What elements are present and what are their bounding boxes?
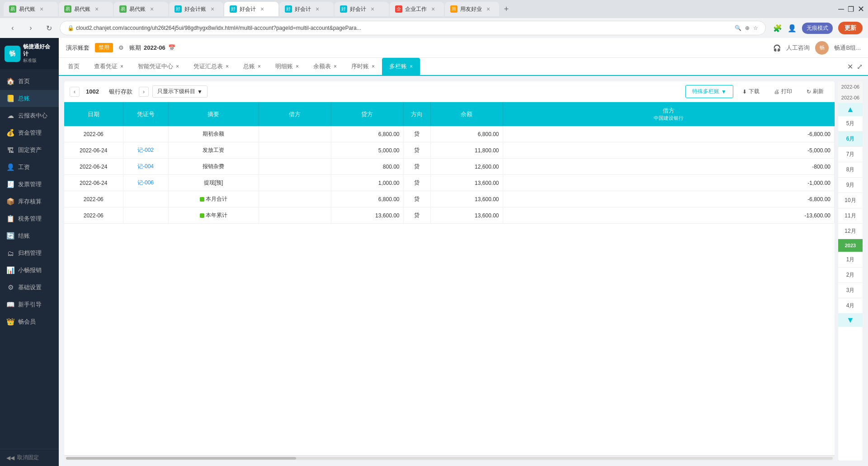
sidebar-item-archive[interactable]: 🗂 归档管理 (0, 245, 59, 262)
page-tab-smart-voucher[interactable]: 智能凭证中心 × (131, 58, 186, 76)
tab-close-voucher[interactable]: × (120, 63, 123, 70)
tab-haohuiji-2[interactable]: 好 好会计 × (224, 2, 278, 16)
calendar-scroll-down[interactable]: ▼ (838, 314, 863, 327)
page-tab-home[interactable]: 首页 (61, 58, 87, 76)
cell-direction: 贷 (403, 175, 430, 191)
search-icon[interactable]: 🔍 (735, 25, 741, 31)
page-tab-balance[interactable]: 余额表 × (306, 58, 344, 76)
tab-close-5[interactable]: × (260, 5, 264, 13)
star-icon[interactable]: ☆ (753, 25, 758, 31)
page-tab-view-voucher[interactable]: 查看凭证 × (87, 58, 131, 76)
sidebar-item-guide[interactable]: 📖 新手引导 (0, 296, 59, 313)
monthly-total-tag: 本月合计 (200, 195, 227, 203)
sidebar-item-membership[interactable]: 👑 畅会员 (0, 313, 59, 330)
prev-account-button[interactable]: ‹ (70, 87, 80, 97)
address-input[interactable]: 🔒 cloud2.chanjet.com/accounting/uh26t264… (60, 21, 766, 35)
sidebar-label-cloud: 云报表中心 (18, 112, 47, 120)
special-multicolumn-button[interactable]: 特殊多栏账 ▼ (685, 85, 733, 98)
close-tab-icon[interactable]: ✕ (847, 62, 853, 71)
mode-button[interactable]: 无痕模式 (802, 23, 833, 34)
calendar-month-11[interactable]: 11月 (838, 208, 863, 224)
horizontal-scrollbar[interactable] (64, 455, 835, 461)
update-button[interactable]: 更新 (838, 22, 863, 34)
calendar-month-9[interactable]: 9月 (838, 178, 863, 193)
sidebar-item-fixed-assets[interactable]: 🏗 固定资产 (0, 141, 59, 159)
sidebar-item-tax[interactable]: 📋 税务管理 (0, 210, 59, 227)
sidebar-item-invoices[interactable]: 🧾 发票管理 (0, 176, 59, 193)
tab-close-multicolumn[interactable]: × (410, 63, 413, 70)
calendar-month-10[interactable]: 10月 (838, 193, 863, 208)
calendar-month-6[interactable]: 6月 (838, 132, 863, 147)
print-button[interactable]: 🖨 打印 (769, 85, 797, 98)
calendar-month-8[interactable]: 8月 (838, 162, 863, 178)
calendar-month-1[interactable]: 1月 (838, 252, 863, 268)
tab-yidaizhang-1[interactable]: 易 易代账 × (4, 2, 58, 16)
calendar-year-2023[interactable]: 2023 (838, 239, 863, 252)
page-tab-journal[interactable]: 序时账 × (344, 58, 382, 76)
tab-close-1[interactable]: × (40, 5, 43, 13)
forward-button[interactable]: › (24, 21, 38, 35)
sidebar-item-closing[interactable]: 🔄 结账 (0, 227, 59, 245)
restore-icon[interactable]: ❐ (848, 5, 854, 14)
calendar-month-2[interactable]: 2月 (838, 268, 863, 283)
tab-yongyou[interactable]: 用 用友好业 × (445, 2, 499, 16)
tab-close-journal[interactable]: × (372, 63, 375, 70)
expand-icon[interactable]: ⤢ (857, 62, 863, 71)
tab-add-button[interactable]: + (500, 3, 513, 15)
minimize-icon[interactable]: ─ (838, 5, 844, 14)
page-tab-general-ledger[interactable]: 总账 × (236, 58, 268, 76)
reload-button[interactable]: ↻ (42, 21, 56, 35)
special-btn-label: 特殊多栏账 (692, 88, 719, 95)
tab-haohuiji-1[interactable]: 好 好会计账 × (169, 2, 223, 16)
sidebar-unpin-button[interactable]: ◀◀ 取消固定 (0, 449, 59, 466)
sidebar-item-expense[interactable]: 📊 小畅报销 (0, 262, 59, 279)
tab-close-8[interactable]: × (431, 5, 435, 13)
tab-close-balance[interactable]: × (334, 63, 337, 70)
tab-close-6[interactable]: × (316, 5, 319, 13)
page-tab-voucher-summary[interactable]: 凭证汇总表 × (186, 58, 236, 76)
tab-haohuiji-4[interactable]: 好 好会计 × (335, 2, 389, 16)
account-tag[interactable]: 禁用 (95, 43, 113, 52)
extensions-icon[interactable]: 🧩 (773, 24, 782, 33)
tab-close-4[interactable]: × (211, 5, 214, 13)
profile-icon[interactable]: 👤 (788, 24, 797, 33)
sidebar-item-inventory[interactable]: 📦 库存核算 (0, 193, 59, 210)
refresh-button[interactable]: ↻ 刷新 (801, 85, 829, 98)
next-account-button[interactable]: › (139, 87, 149, 97)
calendar-month-3[interactable]: 3月 (838, 283, 863, 298)
tab-close-general[interactable]: × (258, 63, 261, 70)
sidebar-item-settings[interactable]: ⚙ 基础设置 (0, 279, 59, 296)
gear-button[interactable]: ⚙ (118, 44, 124, 51)
sidebar-item-ledger[interactable]: 📒 总账 (0, 90, 59, 107)
tab-close-smart[interactable]: × (176, 63, 179, 70)
tab-yidaizhang-3[interactable]: 易 易代账 × (114, 2, 168, 16)
tab-close-detail[interactable]: × (296, 63, 299, 70)
tab-close-9[interactable]: × (486, 5, 490, 13)
scroll-thumb[interactable] (66, 457, 296, 460)
extension-icon[interactable]: ⊕ (745, 25, 750, 31)
page-tab-multicolumn[interactable]: 多栏账 × (382, 58, 420, 76)
page-tab-detail-ledger[interactable]: 明细账 × (268, 58, 306, 76)
tab-yidaizhang-2[interactable]: 易 易代账 × (59, 2, 113, 16)
consult-button[interactable]: 人工咨询 (786, 44, 810, 52)
sidebar-item-funds[interactable]: 💰 资金管理 (0, 124, 59, 141)
calendar-month-4[interactable]: 4月 (838, 298, 863, 314)
show-sub-dropdown[interactable]: 只显示下级科目 ▼ (152, 85, 208, 98)
tab-close-2[interactable]: × (95, 5, 99, 13)
download-button[interactable]: ⬇ 下载 (737, 85, 765, 98)
calendar-icon[interactable]: 📅 (168, 44, 175, 51)
calendar-scroll-up[interactable]: ▲ (838, 103, 863, 116)
tab-close-summary[interactable]: × (226, 63, 229, 70)
sidebar-item-cloud-reports[interactable]: ☁ 云报表中心 (0, 107, 59, 124)
calendar-month-5[interactable]: 5月 (838, 116, 863, 132)
calendar-month-12[interactable]: 12月 (838, 224, 863, 239)
tab-close-3[interactable]: × (150, 5, 154, 13)
tab-haohuiji-3[interactable]: 好 好会计 × (279, 2, 334, 16)
sidebar-item-payroll[interactable]: 👤 工资 (0, 159, 59, 176)
tab-qiyegongzuo[interactable]: 企 企业工作 × (390, 2, 444, 16)
calendar-month-7[interactable]: 7月 (838, 147, 863, 162)
back-button[interactable]: ‹ (5, 21, 20, 35)
close-icon[interactable]: ✕ (858, 4, 864, 14)
sidebar-item-home[interactable]: 🏠 首页 (0, 73, 59, 90)
tab-close-7[interactable]: × (371, 5, 374, 13)
